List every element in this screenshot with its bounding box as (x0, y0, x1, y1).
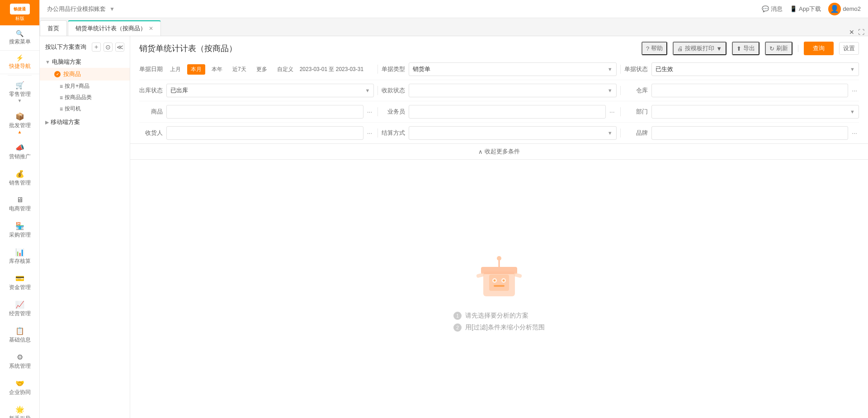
wholesale-expand-icon: ▲ (18, 129, 22, 134)
export-button[interactable]: ⬆ 导出 (732, 42, 760, 55)
scheme-item-by-product-label: 按商品 (63, 70, 81, 78)
edit-scheme-button[interactable]: ⊙ (104, 43, 113, 52)
help-label: 帮助 (651, 44, 663, 52)
date-tab-more[interactable]: 更多 (253, 64, 271, 75)
sidebar-item-retail[interactable]: 🛒 零售管理 ▼ (0, 76, 39, 108)
salesperson-input[interactable] (409, 105, 606, 119)
brand-input[interactable] (651, 126, 849, 140)
brand-dots[interactable]: ··· (850, 129, 859, 137)
scheme-subitem-product-category[interactable]: ≡ 按商品品类 (40, 92, 130, 103)
template-print-button[interactable]: 🖨 按模板打印 ▼ (673, 42, 726, 55)
out-status-select[interactable]: 已出库 ▼ (166, 84, 374, 97)
empty-tips: 1 请先选择要分析的方案 2 用[过滤]条件来缩小分析范围 (453, 312, 545, 332)
tab-home-label: 首页 (47, 24, 59, 33)
collapse-bar[interactable]: ∧ 收起更多条件 (130, 144, 868, 160)
product-dots[interactable]: ··· (365, 108, 374, 115)
doc-status-arrow: ▼ (850, 66, 855, 72)
sidebar-item-purchase[interactable]: 🏪 采购管理 (0, 217, 39, 243)
action-divider (798, 45, 798, 52)
export-label: 导出 (743, 44, 755, 52)
query-button[interactable]: 查询 (804, 42, 834, 55)
collection-status-select[interactable]: ▼ (409, 84, 616, 97)
filter-row-3: 商品 ··· 业务员 (139, 101, 859, 123)
warehouse-dots[interactable]: ··· (850, 87, 859, 94)
date-range-display: 2023-03-01 至 2023-03-31 (300, 66, 363, 73)
doc-type-select[interactable]: 销货单 ▼ (409, 62, 616, 76)
tip-num-2: 2 (453, 323, 462, 332)
svg-point-9 (497, 256, 501, 261)
sidebar-item-marketing[interactable]: 📣 营销推广 (0, 139, 39, 165)
settlement-select[interactable]: ▼ (409, 126, 616, 140)
sidebar-search[interactable]: 🔍 搜索菜单 (0, 25, 39, 50)
sidebar-item-operations[interactable]: 📈 经营管理 (0, 296, 39, 322)
minimize-button[interactable]: ✕ (849, 28, 854, 36)
collapse-scheme-button[interactable]: ≪ (115, 43, 124, 52)
sidebar-item-sales[interactable]: 💰 销售管理 (0, 165, 39, 191)
svg-point-6 (503, 279, 505, 281)
warehouse-input[interactable] (651, 84, 849, 97)
filter-brand: 品牌 ··· (624, 126, 859, 140)
product-input[interactable] (166, 105, 363, 119)
user-name: demo2 (843, 5, 861, 12)
mobile-group-expand[interactable]: ▶ 移动端方案 (40, 116, 130, 128)
doc-type-arrow: ▼ (608, 66, 613, 72)
message-button[interactable]: 💬 消息 (762, 5, 783, 13)
date-tab-custom[interactable]: 自定义 (274, 64, 297, 75)
department-select[interactable]: ▼ (651, 105, 859, 119)
help-button[interactable]: ? 帮助 (642, 42, 667, 55)
scheme-panel-icons: ＋ ⊙ ≪ (92, 43, 124, 52)
sidebar-item-finance[interactable]: 💳 资金管理 (0, 270, 39, 296)
main-area: 办公用品行业模拟账套 ▼ 💬 消息 📱 App下载 👤 demo2 首页 (40, 0, 868, 418)
settings-label: 设置 (843, 44, 855, 52)
settings-button[interactable]: 设置 (839, 42, 859, 55)
print-arrow: ▼ (716, 45, 722, 52)
sidebar-item-ecommerce[interactable]: 🖥 电商管理 (0, 191, 39, 217)
sidebar-quick-nav[interactable]: ⚡ 快捷导航 (0, 50, 39, 74)
row4-sep1 (377, 128, 378, 138)
salesperson-dots[interactable]: ··· (608, 108, 617, 115)
scheme-panel: 按以下方案查询 ＋ ⊙ ≪ ▼ 电脑端方案 ✓ 按商品 ≡ 按月 (40, 36, 130, 418)
date-tab-7days[interactable]: 近7天 (229, 64, 250, 75)
page-content: 按以下方案查询 ＋ ⊙ ≪ ▼ 电脑端方案 ✓ 按商品 ≡ 按月 (40, 36, 868, 418)
filter-form: 单据日期 上月 本月 本年 近7天 更多 自定义 2023-03-01 至 20… (130, 59, 868, 144)
add-scheme-button[interactable]: ＋ (92, 43, 101, 52)
sidebar-item-newbie[interactable]: 🌟 新手引导 (0, 401, 39, 418)
sidebar-item-basic[interactable]: 📋 基础信息 (0, 322, 39, 348)
sidebar-item-inventory[interactable]: 📊 库存核算 (0, 243, 39, 270)
date-filter-group: 上月 本月 本年 近7天 更多 自定义 2023-03-01 至 2023-03… (166, 64, 363, 75)
filter-warehouse: 仓库 ··· (624, 84, 859, 97)
scheme-item-by-product[interactable]: ✓ 按商品 (40, 68, 130, 81)
scheme-panel-title: 按以下方案查询 (45, 43, 86, 51)
scheme-subitem-month-product-label: 按月+商品 (65, 82, 90, 90)
filter-salesperson: 业务员 ··· (382, 105, 616, 119)
app-download-button[interactable]: 📱 App下载 (790, 5, 821, 13)
tab-home[interactable]: 首页 (40, 20, 67, 36)
receiver-input[interactable] (166, 126, 363, 140)
date-tab-thisyear[interactable]: 本年 (208, 64, 226, 75)
user-profile[interactable]: 👤 demo2 (828, 3, 861, 15)
sidebar-item-wholesale[interactable]: 📦 批发管理 ▲ (0, 108, 39, 139)
scheme-panel-header: 按以下方案查询 ＋ ⊙ ≪ (40, 40, 130, 54)
retail-icon: 🛒 (15, 81, 24, 90)
sidebar-item-enterprise[interactable]: 🤝 企业协同 (0, 375, 39, 401)
date-tab-lastmonth[interactable]: 上月 (166, 64, 184, 75)
scheme-subitem-driver-label: 按司机 (65, 105, 81, 113)
refresh-button[interactable]: ↻ 刷新 (765, 42, 793, 55)
sidebar-item-system[interactable]: ⚙ 系统管理 (0, 348, 39, 375)
retail-expand-icon: ▼ (18, 98, 22, 103)
filter-collection-status: 收款状态 ▼ (382, 84, 616, 97)
tab-sales-stat[interactable]: 销货单统计计表（按商品） ✕ (68, 20, 161, 36)
maximize-button[interactable]: ⛶ (858, 28, 864, 36)
department-arrow: ▼ (850, 109, 855, 114)
message-label: 消息 (771, 5, 783, 13)
doc-status-select[interactable]: 已生效 ▼ (651, 62, 859, 76)
query-label: 查询 (813, 44, 825, 52)
scheme-subitem-month-product[interactable]: ≡ 按月+商品 (40, 81, 130, 92)
tab-close-button[interactable]: ✕ (149, 25, 153, 32)
pc-group-expand[interactable]: ▼ 电脑端方案 (40, 56, 130, 68)
newbie-icon: 🌟 (15, 405, 24, 414)
date-tab-thismonth[interactable]: 本月 (187, 64, 205, 75)
filter-doc-type: 单据类型 销货单 ▼ (382, 62, 616, 76)
receiver-dots[interactable]: ··· (365, 129, 374, 137)
scheme-subitem-driver[interactable]: ≡ 按司机 (40, 103, 130, 114)
